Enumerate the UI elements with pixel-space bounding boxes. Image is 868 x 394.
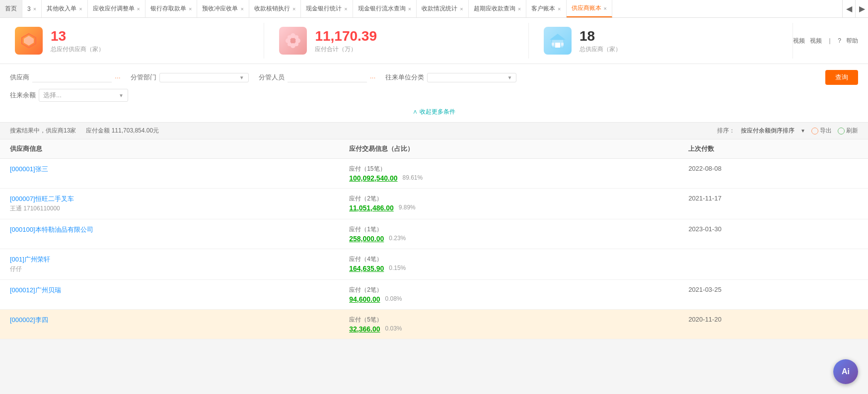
supplier-link-3[interactable]: [000100]本特勒油品有限公司 (10, 226, 93, 233)
supplier-link-2[interactable]: [000007]恒旺二手叉车 (10, 195, 74, 202)
filter-supplier: 供应商 ··· (10, 72, 121, 82)
supplier-filter-label: 供应商 (10, 73, 29, 82)
payable-suppliers-count: 13 (51, 28, 104, 45)
nav-tab-collection[interactable]: 收款核销执行 × (249, 0, 301, 17)
nav-tab-prepay[interactable]: 预收冲应收单 × (197, 0, 249, 17)
filter-category: 往来单位分类 ▼ (385, 73, 516, 82)
supplier-sub-2: 王通 17106110000 (10, 204, 349, 213)
nav-tab-supplier-ledger-close[interactable]: × (604, 5, 607, 11)
col-header-supplier: 供应商信息 (10, 144, 349, 153)
nav-tab-cash-stats[interactable]: 现金银行统计 × (301, 0, 353, 17)
trans-amount-row-3: 258,000.00 0.23% (349, 234, 688, 243)
category-dropdown-arrow: ▼ (507, 75, 512, 80)
summary-links-video-text[interactable]: 视频 (810, 37, 822, 45)
nav-tab-collection-close[interactable]: × (292, 6, 295, 12)
supplier-link-4[interactable]: [001]广州荣轩 (10, 256, 50, 263)
total-amount-label: 应付合计（万） (315, 45, 377, 54)
trans-percent-4: 0.15% (389, 264, 406, 271)
col-header-last-payment: 上次付数 (688, 144, 858, 153)
supplier-cell-3: [000100]本特勒油品有限公司 (10, 225, 349, 234)
trans-amount-6[interactable]: 32,366.00 (349, 325, 380, 333)
nav-tab-bank-deposit[interactable]: 银行存取款单 × (145, 0, 197, 17)
person-input[interactable] (288, 72, 367, 82)
nav-tab-overdue-close[interactable]: × (518, 6, 521, 12)
supplier-sub-4: 仔仔 (10, 265, 349, 273)
help-link[interactable]: 帮助 (846, 37, 858, 45)
nav-tab-adjustment-close[interactable]: × (137, 6, 140, 12)
nav-tab-overdue[interactable]: 超期应收款查询 × (469, 0, 526, 17)
nav-tab-cash-flow[interactable]: 现金银行流水查询 × (353, 0, 417, 17)
export-btn[interactable]: 导出 (811, 127, 832, 135)
supplier-table: 供应商信息 应付交易信息（占比） 上次付数 [000001]张三 应付（15笔）… (0, 139, 868, 339)
transaction-cell-4: 应付（4笔） 164,635.90 0.15% (349, 255, 688, 272)
transaction-cell-2: 应付（2笔） 11,051,486.00 9.89% (349, 195, 688, 212)
filter-balance: 往来余额 选择... ▼ (10, 89, 128, 102)
trans-label-3: 应付（1笔） (349, 225, 688, 234)
nav-tab-adjustment[interactable]: 应收应付调整单 × (88, 0, 145, 17)
nav-tab-cash-stats-close[interactable]: × (344, 6, 347, 12)
supplier-link-1[interactable]: [000001]张三 (10, 165, 48, 173)
video-link[interactable]: 视频 (793, 37, 805, 45)
nav-tab-3-close[interactable]: × (33, 6, 36, 12)
supplier-link-5[interactable]: [000012]广州贝瑞 (10, 286, 61, 294)
sort-value[interactable]: 按应付余额倒序排序 (741, 127, 795, 135)
supplier-link-6[interactable]: [000002]李四 (10, 316, 48, 324)
query-button[interactable]: 查询 (825, 70, 858, 85)
results-amount: 应付金额 111,703,854.00元 (86, 127, 159, 135)
nav-tab-customer-ledger-close[interactable]: × (558, 6, 561, 12)
nav-arrow-right[interactable]: ▶ (855, 0, 868, 18)
table-row: [001]广州荣轩 仔仔 应付（4笔） 164,635.90 0.15% (0, 249, 868, 280)
collapse-text: 收起更多条件 (420, 108, 455, 115)
export-icon (811, 128, 818, 134)
transaction-cell-5: 应付（2笔） 94,600.00 0.08% (349, 286, 688, 303)
supplier-input[interactable] (32, 72, 112, 82)
refresh-btn[interactable]: 刷新 (838, 127, 858, 135)
diamond-icon (15, 27, 43, 55)
trans-amount-4[interactable]: 164,635.90 (349, 264, 384, 272)
nav-tab-cash-flow-close[interactable]: × (408, 6, 411, 12)
nav-tab-customer-ledger[interactable]: 客户账本 × (526, 0, 566, 17)
refresh-label: 刷新 (846, 127, 858, 135)
trans-amount-3[interactable]: 258,000.00 (349, 235, 384, 243)
collapse-arrow-icon: ∧ (413, 108, 418, 115)
nav-tab-supplier-ledger[interactable]: 供应商账本 × (567, 0, 612, 17)
trans-amount-2[interactable]: 11,051,486.00 (349, 204, 394, 212)
category-select[interactable]: ▼ (427, 73, 516, 82)
trans-label-4: 应付（4笔） (349, 255, 688, 263)
sort-dropdown-arrow[interactable]: ▼ (800, 128, 805, 133)
filter-row-1: 供应商 ··· 分管部门 ▼ 分管人员 ··· 往来单位分类 ▼ 查询 (10, 70, 858, 85)
nav-tab-customer-ledger-label: 客户账本 (531, 4, 555, 13)
dept-select[interactable]: ▼ (159, 73, 249, 82)
filter-collapse-btn[interactable]: ∧ 收起更多条件 (10, 106, 858, 118)
trans-percent-6: 0.03% (385, 325, 402, 332)
trans-percent-3: 0.23% (389, 235, 406, 242)
supplier-cell-1: [000001]张三 (10, 165, 349, 174)
filter-row-2: 往来余额 选择... ▼ (10, 89, 858, 102)
balance-select[interactable]: 选择... ▼ (39, 89, 128, 102)
supplier-more-icon[interactable]: ··· (115, 73, 121, 81)
nav-tab-other-income[interactable]: 其他收入单 × (42, 0, 87, 17)
nav-arrow-left[interactable]: ◀ (842, 0, 855, 18)
table-row: [000100]本特勒油品有限公司 应付（1笔） 258,000.00 0.23… (0, 219, 868, 249)
nav-tab-cash-flow-label: 现金银行流水查询 (358, 4, 406, 13)
nav-tab-receipt-stats-close[interactable]: × (460, 6, 463, 12)
nav-tab-receipt-stats[interactable]: 收款情况统计 × (417, 0, 468, 17)
trans-amount-1[interactable]: 100,092,540.00 (349, 174, 397, 182)
svg-point-8 (294, 35, 298, 39)
trans-amount-row-4: 164,635.90 0.15% (349, 263, 688, 272)
total-suppliers-label: 总供应商（家） (579, 45, 621, 54)
nav-tab-home[interactable]: 首页 (0, 0, 22, 17)
trans-label-1: 应付（15笔） (349, 165, 688, 173)
trans-amount-5[interactable]: 94,600.00 (349, 295, 380, 303)
nav-tab-3[interactable]: 3 × (22, 0, 42, 17)
category-filter-label: 往来单位分类 (385, 73, 424, 82)
nav-tab-bank-deposit-close[interactable]: × (189, 6, 192, 12)
summary-card-total-amount: 11,170.39 应付合计（万） (264, 23, 528, 59)
nav-tab-prepay-close[interactable]: × (240, 6, 243, 12)
person-more-icon[interactable]: ··· (370, 73, 376, 81)
nav-tab-overdue-label: 超期应收款查询 (474, 4, 515, 13)
nav-tab-other-income-close[interactable]: × (79, 6, 82, 12)
balance-dropdown-arrow: ▼ (119, 93, 124, 98)
last-payment-2: 2021-11-17 (688, 195, 858, 202)
nav-tab-cash-stats-label: 现金银行统计 (306, 4, 342, 13)
